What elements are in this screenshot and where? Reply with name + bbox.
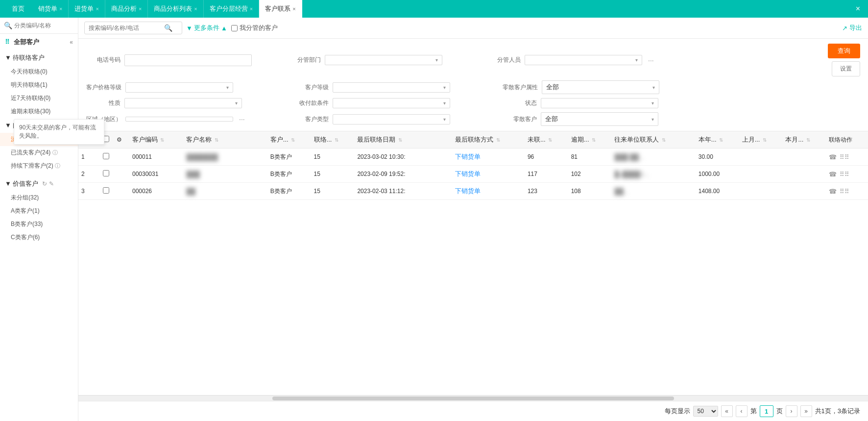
tab-purchase-close[interactable]: × [96,6,98,12]
sidebar-item-tomorrow[interactable]: 明天待联络(1) [0,78,78,92]
search-input[interactable] [89,25,162,31]
action-contact-1[interactable]: ☎ [829,153,837,161]
first-page-btn[interactable]: « [721,405,733,417]
sidebar-value-edit[interactable]: ✎ [49,180,54,187]
sort-date-icon[interactable]: ⇅ [398,137,402,143]
sort-method-icon[interactable]: ⇅ [496,137,500,143]
filter-person-dots[interactable]: ··· [648,56,654,64]
sidebar-group-pending[interactable]: ▼ 待联络客户 [0,50,78,65]
tab-home[interactable]: 首页 [4,4,32,13]
sort-name-icon[interactable]: ⇅ [215,137,218,143]
chevron-down-icon-2: ▾ [635,57,638,63]
cell-check-3[interactable] [98,183,114,200]
tab-analysis-list[interactable]: 商品分析列表 × [148,0,203,18]
filter-nature-select[interactable]: ▾ [124,98,242,108]
tab-customer-layer-close[interactable]: × [250,6,253,12]
filter-scattered-select[interactable]: 全部 ▾ [541,112,658,126]
sidebar-root[interactable]: ⠿ 全部客户 « [0,34,78,50]
sidebar-item-declining[interactable]: 持续下滑客户(2) ⓘ [0,159,78,173]
action-more-1[interactable]: ⠿⠿ [840,153,849,161]
sidebar-collapse-btn[interactable]: « [70,39,73,46]
search-button[interactable]: 🔍 [164,24,172,32]
sort-contact-icon[interactable]: ⇅ [335,137,338,143]
sidebar-item-c-class[interactable]: C类客户(6) [0,231,78,244]
horizontal-scrollbar[interactable] [78,395,868,401]
sort-type-icon[interactable]: ⇅ [291,137,295,143]
action-contact-2[interactable]: ☎ [829,171,837,178]
cell-method-1[interactable]: 下销货单 [452,149,525,166]
filter-payment-select[interactable]: ▾ [333,98,450,108]
filter-cust-type-select[interactable]: ▾ [333,114,450,124]
th-settings[interactable]: ⚙ [114,131,129,149]
tab-customer-layer[interactable]: 客户分层经营 × [204,0,259,18]
per-page-select[interactable]: 50 100 200 [693,406,718,417]
sidebar-item-overdue[interactable]: 逾期未联络(30) [0,105,78,118]
sort-year-icon[interactable]: ⇅ [719,137,723,143]
my-customers-checkbox[interactable] [231,25,238,31]
close-all-button[interactable]: × [852,4,864,13]
cell-method-3[interactable]: 下销货单 [452,183,525,200]
cell-settings-3 [114,183,129,200]
sort-nocontact-icon[interactable]: ⇅ [548,137,552,143]
sidebar-item-today[interactable]: 今天待联络(0) [0,65,78,78]
filter-scattered: 零散客户 全部 ▾ [503,112,681,126]
sidebar-search-input[interactable] [14,22,78,29]
sort-lastmonth-icon[interactable]: ⇅ [763,137,767,143]
sidebar-item-7days[interactable]: 近7天待联络(0) [0,92,78,105]
row-2-checkbox[interactable] [103,170,109,176]
action-contact-3[interactable]: ☎ [829,188,837,195]
sidebar-item-b-class[interactable]: B类客户(33) [0,218,78,231]
sort-overdue-icon[interactable]: ⇅ [592,137,596,143]
tab-customer-contact-close[interactable]: × [292,6,295,12]
tab-sales[interactable]: 销货单 × [32,0,69,18]
cell-method-2[interactable]: 下销货单 [452,166,525,183]
cell-contact-2: 15 [311,166,355,183]
tab-customer-contact[interactable]: 客户联系 × [259,0,302,18]
filter-cust-type-label: 客户类型 [294,115,329,124]
sidebar-item-a-class[interactable]: A类客户(1) [0,204,78,218]
next-page-btn[interactable]: › [786,405,797,417]
row-1-checkbox[interactable] [103,153,109,159]
export-button[interactable]: ↗ 导出 [842,24,862,32]
table-wrap: ⚙ 客户编码 ⇅ 客户名称 ⇅ 客户... ⇅ [78,131,868,395]
toolbar: 🔍 ▼ 更多条件 ▲ 我分管的客户 ↗ 导出 [78,18,868,39]
filter-region-select[interactable] [125,117,233,122]
row-3-checkbox[interactable] [103,187,109,194]
last-page-btn[interactable]: » [800,405,812,417]
tab-analysis-close[interactable]: × [139,6,142,12]
action-more-2[interactable]: ⠿⠿ [840,171,849,178]
filter-phone-input[interactable] [124,54,252,66]
filter-price-grade-select[interactable]: ▾ [125,82,233,93]
query-button[interactable]: 查询 [828,44,860,58]
prev-page-btn[interactable]: ‹ [736,405,747,417]
sidebar-item-ungrouped[interactable]: 未分组(32) [0,191,78,204]
chevron-down-icon-10: ▾ [651,117,654,122]
cell-contact-3: 15 [311,183,355,200]
sidebar-item-churned[interactable]: 已流失客户(24) ⓘ [0,146,78,159]
filter-scattered-attr-select[interactable]: 全部 ▾ [542,80,659,94]
cell-month-2 [782,166,826,183]
filter-cust-grade-select[interactable]: ▾ [333,82,450,93]
settings-button[interactable]: 设置 [832,61,860,76]
filter-dept-select[interactable]: ▾ [325,55,442,65]
sidebar-group-value[interactable]: ▼ 价值客户 ↻ ✎ [0,176,78,191]
th-name: 客户名称 ⇅ [183,131,267,149]
filter-nature: 性质 ▾ [86,98,265,108]
action-more-3[interactable]: ⠿⠿ [840,188,849,195]
my-customers-toggle[interactable]: 我分管的客户 [231,24,278,32]
cell-check-2[interactable] [98,166,114,183]
cell-check-1[interactable] [98,149,114,166]
filter-status-select[interactable]: ▾ [541,98,658,108]
tab-analysis-list-close[interactable]: × [194,6,197,12]
tab-purchase[interactable]: 进货单 × [69,0,105,18]
tab-sales-close[interactable]: × [59,6,62,12]
sort-month-icon[interactable]: ⇅ [806,137,810,143]
sort-unit-icon[interactable]: ⇅ [662,137,666,143]
tab-analysis[interactable]: 商品分析 × [105,0,148,18]
filter-person-select[interactable]: ▾ [525,55,642,65]
sidebar-value-refresh[interactable]: ↻ [42,180,47,187]
more-conditions-btn[interactable]: ▼ 更多条件 ▲ [186,24,227,32]
sort-code-icon[interactable]: ⇅ [160,137,164,143]
scrollbar-thumb[interactable] [272,396,674,400]
filter-region-dots[interactable]: ··· [239,115,245,123]
